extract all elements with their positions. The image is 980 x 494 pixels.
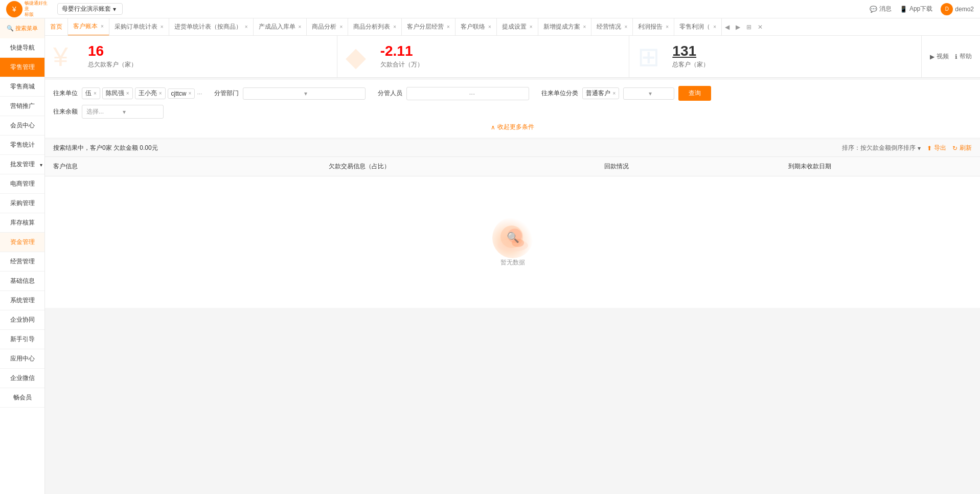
tab-close-icon[interactable]: × xyxy=(583,24,586,30)
tab-customer-contact[interactable]: 客户联络 × xyxy=(455,18,497,36)
tag-close-chen[interactable]: × xyxy=(126,91,129,96)
tab-close-icon[interactable]: × xyxy=(339,24,343,30)
sidebar-item-capital-mgmt[interactable]: 资金管理 xyxy=(0,233,44,252)
filter-more-btn[interactable]: ··· xyxy=(197,90,202,97)
query-button[interactable]: 查询 xyxy=(678,86,711,101)
sidebar-item-enterprise-collab[interactable]: 企业协同 xyxy=(0,310,44,330)
tab-close-icon[interactable]: × xyxy=(245,24,248,30)
tab-close-icon[interactable]: × xyxy=(624,24,627,30)
video-btn[interactable]: ▶ 视频 xyxy=(930,52,949,61)
person-dots-btn[interactable]: ··· xyxy=(469,89,525,98)
tab-product-analysis-list[interactable]: 商品分析列表 × xyxy=(348,18,402,36)
sidebar-quick-nav[interactable]: 快捷导航 xyxy=(0,38,44,58)
tab-close-icon[interactable]: × xyxy=(713,24,716,30)
stat-card-debt: ◆ -2.11 欠款合计（万） xyxy=(337,36,630,77)
sidebar-item-wholesale-mgmt[interactable]: 批发管理 ▾ xyxy=(0,155,44,174)
sidebar: 🔍 搜索菜单 快捷导航 零售管理 零售商城 营销推广 会员中心 零售统计 批发管… xyxy=(0,18,45,494)
store-selector[interactable]: 母婴行业演示账套 ▾ xyxy=(57,3,123,15)
refresh-btn[interactable]: ↻ 刷新 xyxy=(952,144,972,152)
sidebar-item-operations-mgmt[interactable]: 经营管理 xyxy=(0,252,44,272)
tab-close-icon[interactable]: × xyxy=(161,24,164,30)
tab-nav-next[interactable]: ▶ xyxy=(733,18,743,36)
empty-state: 🔍 暂无数据 xyxy=(45,176,980,308)
sidebar-item-member-vip[interactable]: 畅会员 xyxy=(0,388,44,408)
logo-area: ¥ 畅捷通好生意 标版 xyxy=(6,1,51,17)
tab-accounts-receivable[interactable]: 客户账本 × xyxy=(68,18,109,36)
sidebar-item-app-center[interactable]: 应用中心 xyxy=(0,349,44,369)
tag-close-wang[interactable]: × xyxy=(159,91,162,96)
empty-text: 暂无数据 xyxy=(500,258,525,267)
sidebar-item-basic-info[interactable]: 基础信息 xyxy=(0,272,44,291)
sidebar-item-marketing[interactable]: 营销推广 xyxy=(0,97,44,116)
tab-purchase-order-stats[interactable]: 采购订单统计表 × xyxy=(109,18,169,36)
collapse-btn[interactable]: ∧ 收起更多条件 xyxy=(491,123,534,131)
video-label: 视频 xyxy=(937,52,949,61)
tab-close-icon[interactable]: × xyxy=(299,24,302,30)
export-icon: ⬆ xyxy=(927,145,932,152)
tab-close-icon[interactable]: × xyxy=(101,24,104,29)
tab-product-inbound[interactable]: 产成品入库单 × xyxy=(254,18,307,36)
quick-nav-label: 快捷导航 xyxy=(10,44,35,51)
tab-close-icon[interactable]: × xyxy=(447,24,450,30)
filter-tag-wang: 王小亮 × xyxy=(135,87,166,99)
top-header: ¥ 畅捷通好生意 标版 母婴行业演示账套 ▾ 💬 消息 📱 App下载 D de… xyxy=(0,0,980,18)
sidebar-item-inventory[interactable]: 库存核算 xyxy=(0,213,44,233)
sidebar-search-area: 🔍 搜索菜单 xyxy=(0,18,44,38)
tab-close-icon[interactable]: × xyxy=(666,24,669,30)
tab-profit-report[interactable]: 利润报告 × xyxy=(633,18,674,36)
app-download-btn[interactable]: 📱 App下载 xyxy=(900,5,932,13)
tab-retail-profit[interactable]: 零售利润（ × xyxy=(674,18,722,36)
tab-home-label: 首页 xyxy=(50,23,62,31)
sidebar-item-ecommerce-mgmt[interactable]: 电商管理 xyxy=(0,174,44,194)
user-avatar-btn[interactable]: D demo2 xyxy=(941,3,974,15)
tag-close-normal[interactable]: × xyxy=(612,91,616,96)
sidebar-item-member-center[interactable]: 会员中心 xyxy=(0,116,44,136)
tab-home[interactable]: 首页 xyxy=(45,18,68,36)
tab-label: 提成设置 xyxy=(502,23,527,31)
username-label: demo2 xyxy=(955,6,974,13)
search-menu-btn[interactable]: 🔍 搜索菜单 xyxy=(4,23,40,34)
sidebar-item-system-mgmt[interactable]: 系统管理 xyxy=(0,291,44,310)
export-label: 导出 xyxy=(934,144,946,152)
tab-customer-tier[interactable]: 客户分层经营 × xyxy=(402,18,455,36)
tab-label: 商品分析 xyxy=(312,23,336,31)
sidebar-item-new-guide[interactable]: 新手引导 xyxy=(0,330,44,349)
tab-close-icon[interactable]: × xyxy=(393,24,396,30)
results-bar: 搜索结果中，客户0家 欠款金额 0.00元 排序：按欠款金额倒序排序 ▾ ⬆ 导… xyxy=(45,140,980,157)
stat-label-total: 总客户（家） xyxy=(672,60,709,69)
tag-close-cj[interactable]: × xyxy=(189,91,192,96)
tab-nav-close-all[interactable]: ✕ xyxy=(755,18,766,36)
tab-nav-expand[interactable]: ⊞ xyxy=(743,18,755,36)
balance-select[interactable]: 选择... ▾ xyxy=(82,105,164,119)
tab-new-promotion[interactable]: 新增提成方案 × xyxy=(538,18,592,36)
tab-close-icon[interactable]: × xyxy=(488,24,491,30)
tab-close-icon[interactable]: × xyxy=(530,24,533,30)
search-menu-label: 搜索菜单 xyxy=(15,25,38,31)
dept-select[interactable]: ▾ xyxy=(243,87,366,100)
sidebar-item-label: 营销推广 xyxy=(10,102,35,109)
col-debt-info: 欠款交易信息（占比） xyxy=(329,162,604,171)
filter-tag-chen: 陈民强 × xyxy=(102,87,133,99)
refresh-icon: ↻ xyxy=(952,145,958,152)
tab-nav-prev[interactable]: ◀ xyxy=(722,18,733,36)
tab-promotion-settings[interactable]: 提成设置 × xyxy=(497,18,538,36)
stat-info-3: 131 总客户（家） xyxy=(672,44,709,69)
export-btn[interactable]: ⬆ 导出 xyxy=(927,144,946,152)
sidebar-item-retail-mall[interactable]: 零售商城 xyxy=(0,77,44,97)
tab-label: 零售利润（ xyxy=(679,23,710,31)
sidebar-item-retail-mgmt[interactable]: 零售管理 xyxy=(0,58,44,77)
filter-tag-cj: cjttcw × xyxy=(168,88,195,99)
sidebar-item-enterprise-wechat[interactable]: 企业微信 xyxy=(0,369,44,388)
message-btn[interactable]: 💬 消息 xyxy=(870,5,892,13)
sidebar-item-label: 企业微信 xyxy=(10,374,35,381)
sort-btn[interactable]: 排序：按欠款金额倒序排序 ▾ xyxy=(842,144,921,152)
unit-class-select[interactable]: ▾ xyxy=(623,87,674,100)
person-select[interactable]: ··· xyxy=(406,87,529,100)
tag-close-wu[interactable]: × xyxy=(94,91,97,96)
tab-purchase-stats-by-product[interactable]: 进货单统计表（按商品） × xyxy=(169,18,254,36)
sidebar-item-retail-stats[interactable]: 零售统计 xyxy=(0,136,44,155)
help-btn[interactable]: ℹ 帮助 xyxy=(955,52,972,61)
tab-product-analysis[interactable]: 商品分析 × xyxy=(307,18,348,36)
tab-operations[interactable]: 经营情况 × xyxy=(591,18,633,36)
sidebar-item-purchase-mgmt[interactable]: 采购管理 xyxy=(0,194,44,213)
